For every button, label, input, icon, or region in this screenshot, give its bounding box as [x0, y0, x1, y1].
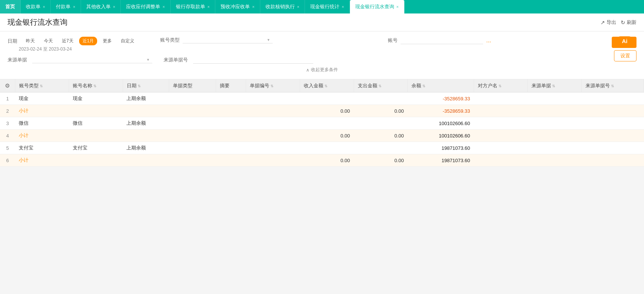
cell-doc-no [246, 117, 300, 130]
table-col-date[interactable]: 日期⇅ [123, 79, 169, 93]
source-doc-select[interactable]: ▾ [32, 57, 152, 63]
nav-tab-现金银行流水查询[interactable]: 现金银行流水查询× [350, 0, 404, 13]
collapse-label: 收起更多条件 [311, 67, 338, 73]
settings-button[interactable]: 设置 [614, 50, 636, 61]
date-btn-更多[interactable]: 更多 [99, 37, 115, 45]
date-btn-自定义[interactable]: 自定义 [117, 37, 138, 45]
cell-date: 上期余额 [123, 117, 169, 130]
cell-account-name: 支付宝 [69, 142, 123, 154]
account-dots[interactable]: ... [486, 37, 491, 44]
cell-seq: 6 [0, 154, 15, 167]
nav-tab-收款单[interactable]: 收款单× [21, 0, 51, 13]
nav-tab-其他收入单[interactable]: 其他收入单× [81, 0, 121, 13]
sort-icon-balance: ⇅ [422, 84, 425, 88]
refresh-button[interactable]: ↻ 刷新 [621, 19, 636, 26]
table-row: 5 支付宝 支付宝 上期余额 19871073.60 [0, 142, 644, 154]
cell-doc-no [246, 142, 300, 154]
collapse-icon: ∧ [306, 67, 309, 73]
cell-account-name [69, 154, 123, 167]
main-table: ⚙ 账号类型⇅ 账号名称⇅ 日期⇅ 单据类型 摘要 单据编号⇅ [0, 79, 644, 167]
cell-seq: 3 [0, 117, 15, 130]
table-row: 1 现金 现金 上期余额 -3528659.33 [0, 93, 644, 105]
nav-tab-付款单[interactable]: 付款单× [51, 0, 81, 13]
account-input-wrap [401, 37, 483, 44]
account-type-arrow-icon: ▾ [267, 37, 270, 42]
tab-close-icon[interactable]: × [207, 4, 210, 9]
nav-tab-应收应付调整单[interactable]: 应收应付调整单× [121, 0, 170, 13]
cell-counterpart [474, 130, 528, 142]
cell-expense [354, 142, 408, 154]
tab-close-icon[interactable]: × [113, 4, 115, 9]
tab-close-icon[interactable]: × [342, 4, 344, 9]
page-title: 现金银行流水查询 [8, 17, 68, 27]
account-group: 账号 ... [388, 37, 604, 44]
cell-source-doc [528, 105, 582, 117]
ai-button[interactable]: Ai [616, 36, 633, 46]
tab-close-icon[interactable]: × [162, 4, 165, 9]
cell-doc-type [169, 105, 216, 117]
date-btn-近1月[interactable]: 近1月 [79, 37, 98, 45]
table-col-doc-type[interactable]: 单据类型 [169, 79, 216, 93]
cell-doc-no [246, 154, 300, 167]
nav-tab-现金银行统计[interactable]: 现金银行统计× [305, 0, 350, 13]
tab-close-icon[interactable]: × [297, 4, 299, 9]
nav-tab-收款核销执行[interactable]: 收款核销执行× [260, 0, 305, 13]
cell-account-type: 现金 [15, 93, 69, 105]
date-btn-昨天[interactable]: 昨天 [23, 37, 38, 45]
tab-close-icon[interactable]: × [73, 4, 75, 9]
cell-balance: 100102606.60 [408, 130, 474, 142]
tab-close-icon[interactable]: × [396, 4, 399, 9]
table-col-balance[interactable]: 余额⇅ [408, 79, 474, 93]
nav-home[interactable]: 首页 [0, 0, 21, 13]
tab-close-icon[interactable]: × [43, 4, 45, 9]
nav-home-label: 首页 [5, 3, 15, 10]
table-col-summary[interactable]: 摘要 [216, 79, 246, 93]
date-btn-今天[interactable]: 今天 [41, 37, 56, 45]
cell-income [300, 93, 354, 105]
nav-tab-银行存取款单[interactable]: 银行存取款单× [171, 0, 215, 13]
cell-seq: 1 [0, 93, 15, 105]
account-type-select[interactable]: ▾ [183, 37, 273, 43]
table-col-expense[interactable]: 支出金额⇅ [354, 79, 408, 93]
tab-close-icon[interactable]: × [252, 4, 254, 9]
cell-source-doc [528, 142, 582, 154]
cell-doc-type [169, 130, 216, 142]
account-input[interactable] [402, 37, 482, 43]
cell-income: 0.00 [300, 154, 354, 167]
collapse-bar[interactable]: ∧ 收起更多条件 [8, 65, 636, 75]
sort-icon-source-doc: ⇅ [552, 84, 555, 88]
table-col-gear[interactable]: ⚙ [0, 79, 15, 93]
table-wrap: ⚙ 账号类型⇅ 账号名称⇅ 日期⇅ 单据类型 摘要 单据编号⇅ [0, 79, 644, 167]
cell-balance: 100102606.60 [408, 117, 474, 130]
cell-date [123, 154, 169, 167]
date-btn-近7天[interactable]: 近7天 [59, 37, 77, 45]
table-col-source-doc-no[interactable]: 来源单据号⇅ [582, 79, 644, 93]
source-doc-label: 来源单据 [8, 57, 27, 63]
table-col-counterpart[interactable]: 对方户名⇅ [474, 79, 528, 93]
source-doc-no-input[interactable] [195, 57, 312, 63]
date-buttons: 昨天今天近7天近1月更多自定义 [23, 37, 138, 45]
cell-summary [216, 142, 246, 154]
cell-account-name: 微信 [69, 117, 123, 130]
cell-balance: -3528659.33 [408, 105, 474, 117]
export-button[interactable]: ↗ 导出 [600, 19, 616, 26]
cell-balance: 19871073.60 [408, 154, 474, 167]
cell-account-type: 小计 [15, 105, 69, 117]
cell-counterpart [474, 93, 528, 105]
table-col-account-type[interactable]: 账号类型⇅ [15, 79, 69, 93]
cell-account-name [69, 105, 123, 117]
sort-icon-expense: ⇅ [378, 84, 381, 88]
cell-source-doc [528, 130, 582, 142]
header-actions: ↗ 导出 ↻ 刷新 [600, 19, 636, 26]
cell-balance: -3528659.33 [408, 93, 474, 105]
export-icon: ↗ [600, 19, 605, 25]
cell-counterpart [474, 117, 528, 130]
cell-source-doc [528, 93, 582, 105]
table-col-doc-no[interactable]: 单据编号⇅ [246, 79, 300, 93]
cell-seq: 4 [0, 130, 15, 142]
table-col-source-doc[interactable]: 来源单据⇅ [528, 79, 582, 93]
nav-tab-预收冲应收单[interactable]: 预收冲应收单× [215, 0, 260, 13]
table-col-account-name[interactable]: 账号名称⇅ [69, 79, 123, 93]
table-col-income[interactable]: 收入金额⇅ [300, 79, 354, 93]
cell-income [300, 142, 354, 154]
